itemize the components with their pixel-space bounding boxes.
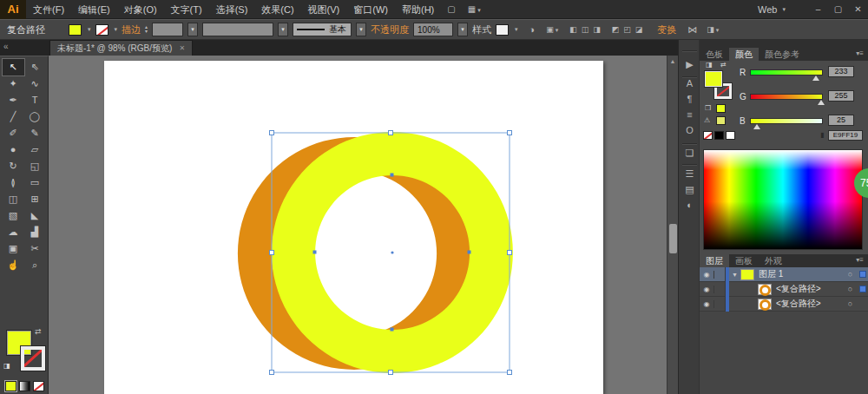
selection-indicator[interactable] [857,285,868,294]
layer-row-layer1[interactable]: ◉ ▼ 图层 1 ○ [700,267,868,282]
stroke-link[interactable]: 描边 [122,23,141,36]
zoom-tool[interactable]: ⌕ [24,257,46,273]
menu-edit[interactable]: 编辑(E) [71,0,117,19]
gradient-mode-button[interactable] [19,381,30,391]
align-middle-icon[interactable]: ◰ [623,25,631,34]
none-swatch[interactable] [703,131,713,140]
channel-g-thumb[interactable] [818,100,825,105]
tab-artboards[interactable]: 画板 [729,254,759,267]
recolor-artwork-icon[interactable]: ◑ [529,24,536,35]
stroke-weight-chevron-icon[interactable]: ▾ [187,23,198,36]
opacity-chevron-icon[interactable]: ▾ [457,23,468,36]
stepper-down-icon[interactable]: ▾ [145,30,148,34]
color-spectrum[interactable] [703,149,863,250]
channel-g-value[interactable]: 255 [828,90,854,102]
color-mode-button[interactable] [5,381,16,391]
layer-name[interactable]: 图层 1 [759,268,783,280]
channel-r-thumb[interactable] [812,76,819,81]
width-profile-chevron-icon[interactable]: ▾ [278,23,288,36]
swap-fill-stroke-icon[interactable]: ⇄ [35,327,42,336]
target-circle-icon[interactable]: ○ [844,270,857,279]
menu-help[interactable]: 帮助(H) [395,0,441,19]
mesh-tool[interactable]: ⊞ [24,191,46,207]
restore-button[interactable]: ▢ [828,4,848,14]
gamut-warning-icon[interactable]: ⚠ [704,116,710,124]
width-profile-dropdown[interactable] [202,23,273,36]
eraser-tool[interactable]: ▱ [24,141,46,158]
stroke-weight-stepper[interactable]: ▴▾ [145,25,148,34]
web-color-swatch[interactable] [716,104,726,113]
gradient-panel-icon[interactable]: ▤ [679,184,700,195]
align-panel-icon[interactable]: ≡ [679,109,700,120]
default-swatches-icon[interactable]: ◨ [706,61,713,69]
target-circle-icon[interactable]: ○ [844,299,857,308]
object-name[interactable]: <复合路径> [776,298,821,310]
lock-cell[interactable] [714,267,726,282]
style-chevron-icon[interactable]: ▾ [515,26,518,33]
eyedropper-tool[interactable]: ◣ [24,207,46,224]
target-circle-icon[interactable]: ○ [844,285,857,293]
black-swatch[interactable] [714,131,724,140]
opentype-panel-icon[interactable]: O [679,125,700,135]
artboard-tool[interactable]: ▣ [3,240,24,257]
selection-indicator[interactable] [857,270,868,279]
pen-tool[interactable]: ✒ [3,92,24,108]
brush-definition-dropdown[interactable]: 基本 [293,23,352,36]
object-thumbnail[interactable] [758,284,772,295]
lasso-tool[interactable]: ∿ [24,76,46,92]
swap-fill-stroke-icon[interactable]: ⇄ [720,61,727,69]
column-graph-tool[interactable]: ▟ [24,224,46,240]
fill-color-swatch[interactable] [69,24,82,36]
visibility-eye-icon[interactable]: ◉ [700,286,714,293]
align-right-icon[interactable]: ◨ [593,25,601,34]
shape-builder-tool[interactable]: ◫ [3,191,24,207]
lock-cell[interactable] [714,297,726,312]
menu-effect[interactable]: 效果(C) [254,0,300,19]
ellipse-tool[interactable]: ◯ [24,108,46,125]
workspace-switcher-icon[interactable]: ▦▾ [468,4,481,14]
arrange-icon[interactable]: ◨▾ [707,25,719,34]
layer-row-compound-path-2[interactable]: ◉ <复合路径> ○ [700,297,868,312]
visibility-eye-icon[interactable]: ◉ [700,271,714,279]
character-panel-icon[interactable]: A [679,78,700,89]
paragraph-panel-icon[interactable]: ¶ [679,94,700,104]
menu-select[interactable]: 选择(S) [209,0,255,19]
align-top-icon[interactable]: ◩ [612,25,620,34]
selection-tool[interactable]: ↖ [3,59,24,76]
gamut-warning-swatch[interactable] [716,116,726,125]
workspace-label[interactable]: Web [758,4,777,15]
blob-brush-tool[interactable]: ● [3,141,24,158]
panel-menu-icon[interactable]: ▾≡ [852,48,868,61]
menu-view[interactable]: 视图(V) [301,0,347,19]
bridge-icon[interactable]: ▢ [447,4,455,14]
document-tab[interactable]: 未标题-1* @ 98% (RGB/预览) ✕ [49,40,193,56]
tab-color[interactable]: 颜色 [729,48,759,61]
pathfinder-icon[interactable]: ⋈ [687,24,697,36]
none-mode-button[interactable] [33,381,44,391]
scrollbar-thumb[interactable] [669,224,677,253]
align-bottom-icon[interactable]: ◪ [635,25,643,34]
scroll-up-icon[interactable]: ▲ [667,56,678,64]
transparency-panel-icon[interactable]: ◐ [679,200,700,210]
hex-value-field[interactable]: E9FF19 [828,130,863,141]
channel-g-slider[interactable] [750,94,823,100]
close-button[interactable]: ✕ [848,4,868,14]
direct-selection-tool[interactable]: ⇖ [24,59,46,76]
align-left-icon[interactable]: ◧ [569,25,577,34]
stroke-color-indicator[interactable] [21,346,45,371]
symbol-sprayer-tool[interactable]: ☁ [3,224,24,240]
menu-type[interactable]: 文字(T) [164,0,209,19]
paintbrush-tool[interactable]: ✐ [3,125,24,141]
channel-b-slider[interactable] [750,118,823,124]
stroke-panel-icon[interactable]: ☰ [679,168,700,180]
web-color-cube-icon[interactable]: ❒ [705,104,711,112]
slice-tool[interactable]: ✂ [24,240,46,257]
minimize-button[interactable]: – [808,4,828,14]
width-tool[interactable]: ≬ [3,174,24,191]
transform-link[interactable]: 变换 [657,23,676,36]
stroke-weight-field[interactable] [152,23,183,36]
layer-row-compound-path-1[interactable]: ◉ <复合路径> ○ [700,282,868,297]
align-options-icon[interactable]: ▣▾ [546,25,558,34]
channel-r-value[interactable]: 233 [828,66,854,77]
tab-layers[interactable]: 图层 [700,254,729,267]
